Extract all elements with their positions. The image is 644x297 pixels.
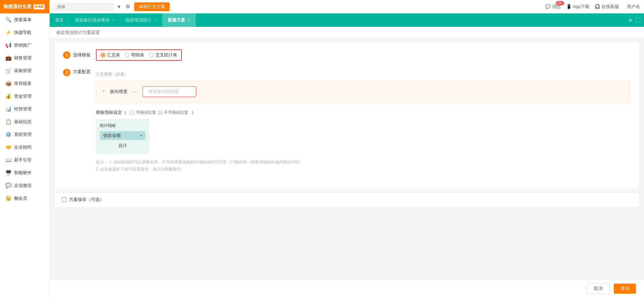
- fixed-dot: [158, 110, 163, 115]
- fixed-legend: 不可拖动位置: [158, 110, 188, 115]
- download-item[interactable]: 📱 App下载: [566, 4, 589, 10]
- sidebar-icon-8: 📋: [5, 119, 11, 125]
- radio-label-1: 明细表: [131, 52, 144, 58]
- industry-button[interactable]: 体验行业方案: [134, 2, 170, 11]
- dimension-select[interactable]: 请选择分组维度: [143, 86, 196, 97]
- app-badge: 标准版: [34, 4, 45, 9]
- sidebar-icon-13: 💬: [5, 183, 11, 189]
- nav-tab-2[interactable]: 收款情况统计×: [120, 13, 162, 27]
- sidebar-label-14: 畅会员: [14, 195, 27, 201]
- download-icon: 📱: [566, 4, 572, 9]
- sidebar-label-4: 采购管理: [14, 68, 32, 74]
- metrics-title-text: 模板指标设定（: [96, 109, 126, 115]
- radio-dot-0: [101, 53, 105, 57]
- nav-tabs: 首页现金银行流水查询×收款情况统计×新建方案× ✕ ⛶: [50, 13, 644, 27]
- sidebar-label-2: 营销推广: [14, 42, 32, 48]
- radio-label-2: 交叉统计表: [155, 52, 177, 58]
- drag-legend: 可拖动位置 不可拖动位置: [130, 110, 188, 115]
- step1-circle: 1: [63, 51, 70, 59]
- sidebar-item-4[interactable]: 🛒采购管理: [0, 64, 49, 77]
- cancel-button[interactable]: 取消: [587, 283, 610, 294]
- sidebar-label-11: 新手引导: [14, 157, 32, 163]
- content-area: 收款情况统计方案设置 1 选择模板 汇总表明细表交叉统计表 2 方案配置 汇总维…: [50, 27, 644, 297]
- nav-tab-close-2[interactable]: ×: [154, 18, 156, 22]
- metric-name: 收款金额: [103, 133, 121, 139]
- sidebar-item-8[interactable]: 📋基础信息: [0, 115, 49, 128]
- sidebar-icon-10: 🤝: [5, 144, 11, 150]
- sidebar-item-7[interactable]: 📊经营管理: [0, 103, 49, 115]
- close-window-icon[interactable]: ✕: [628, 17, 633, 23]
- dimension-arrow: —: [133, 89, 137, 94]
- sidebar-icon-0: 🔍: [5, 17, 11, 23]
- save-checkbox[interactable]: [62, 197, 66, 202]
- radio-option-0[interactable]: 汇总表: [101, 52, 120, 58]
- metrics-title-close: ）: [192, 109, 196, 115]
- metrics-config: 模板指标设定（ 可拖动位置 不可拖动位置: [96, 109, 631, 154]
- radio-label-0: 汇总表: [107, 52, 120, 58]
- sidebar-item-14[interactable]: 👑畅会员: [0, 192, 49, 205]
- sidebar-item-9[interactable]: ⚙️系统管理: [0, 128, 49, 141]
- radio-group: 汇总表明细表交叉统计表: [101, 52, 177, 58]
- radio-option-2[interactable]: 交叉统计表: [149, 52, 177, 58]
- sidebar-label-3: 销售管理: [14, 55, 32, 61]
- message-icon: 💬: [545, 4, 551, 9]
- footer-bar: 取消 查询: [50, 280, 644, 297]
- sidebar-item-3[interactable]: 💼销售管理: [0, 52, 49, 64]
- draggable-label: 可拖动位置: [136, 110, 156, 115]
- dropdown-button[interactable]: ▼: [117, 4, 121, 9]
- sidebar-item-10[interactable]: 🤝企业协同: [0, 141, 49, 154]
- sidebar-label-8: 基础信息: [14, 119, 32, 125]
- sidebar-item-11[interactable]: 📖新手引导: [0, 154, 49, 166]
- hint-row-1: 2. 点击标题栏下拉可设置排序、插入列和删除列: [96, 166, 631, 172]
- service-label: 在线客服: [601, 4, 619, 10]
- sidebar-label-1: 快捷导航: [14, 30, 32, 36]
- service-item[interactable]: 🎧 在线客服: [595, 4, 619, 10]
- sidebar-item-2[interactable]: 📢营销推广: [0, 39, 49, 52]
- step2-circle: 2: [63, 69, 70, 76]
- app-name: 畅捷通好生意: [3, 4, 32, 10]
- nav-tab-label-3: 新建方案: [168, 17, 185, 23]
- step2-label: 方案配置: [73, 69, 91, 75]
- sidebar-label-6: 资金管理: [14, 93, 32, 99]
- nav-tab-close-3[interactable]: ×: [188, 18, 190, 22]
- step1-row: 1 选择模板 汇总表明细表交叉统计表: [63, 49, 631, 61]
- gear-icon[interactable]: ⚙: [125, 3, 130, 10]
- search-input[interactable]: [54, 3, 114, 10]
- sidebar-nav: 🔍搜索菜单⚡快捷导航📢营销推广💼销售管理🛒采购管理📦库存核算💰资金管理📊经营管理…: [0, 13, 49, 297]
- sidebar-item-13[interactable]: 💬企业微信: [0, 179, 49, 192]
- sidebar: 畅捷通好生意 标准版 🔍搜索菜单⚡快捷导航📢营销推广💼销售管理🛒采购管理📦库存核…: [0, 0, 50, 297]
- metric-dropdown-icon: ▾: [140, 134, 142, 138]
- nav-tab-close-1[interactable]: ×: [112, 18, 114, 22]
- sidebar-icon-2: 📢: [5, 42, 11, 48]
- form-section: 1 选择模板 汇总表明细表交叉统计表 2 方案配置 汇总维度（必选）: [55, 43, 639, 188]
- metric-total: 合计: [100, 141, 146, 150]
- draggable-legend: 可拖动位置: [130, 110, 156, 115]
- sidebar-item-0[interactable]: 🔍搜索菜单: [0, 13, 49, 26]
- sidebar-item-12[interactable]: 🖥️智能硬件: [0, 166, 49, 179]
- sidebar-label-0: 搜索菜单: [14, 17, 32, 23]
- sidebar-item-1[interactable]: ⚡快捷导航: [0, 26, 49, 39]
- template-select-box: 汇总表明细表交叉统计表: [96, 49, 182, 61]
- config-section: 汇总维度（必选） * 纵向维度 — 请选择分组维度: [96, 71, 631, 174]
- user-name: 用户名: [627, 4, 640, 10]
- nav-tab-3[interactable]: 新建方案×: [162, 13, 196, 27]
- sidebar-label-9: 系统管理: [14, 132, 32, 138]
- nav-tab-0[interactable]: 首页: [50, 13, 69, 27]
- metric-tag[interactable]: 收款金额 ▾: [100, 131, 146, 140]
- radio-option-1[interactable]: 明细表: [125, 52, 144, 58]
- sidebar-item-6[interactable]: 💰资金管理: [0, 90, 49, 103]
- nav-tabs-right: ✕ ⛶: [625, 13, 644, 27]
- sidebar-icon-6: 💰: [5, 93, 11, 99]
- notification-item[interactable]: 💬 消息 99+: [545, 4, 561, 10]
- sidebar-icon-7: 📊: [5, 106, 11, 112]
- sidebar-icon-3: 💼: [5, 55, 11, 61]
- maximize-icon[interactable]: ⛶: [635, 17, 641, 23]
- nav-tab-1[interactable]: 现金银行流水查询×: [69, 13, 120, 27]
- notification-badge: 99+: [556, 1, 564, 5]
- query-button[interactable]: 查询: [614, 284, 636, 294]
- sidebar-label-5: 库存核算: [14, 81, 32, 87]
- save-row: 方案保存（可选）: [55, 192, 639, 207]
- sidebar-item-5[interactable]: 📦库存核算: [0, 77, 49, 90]
- dimension-title: 汇总维度（必选）: [96, 71, 631, 77]
- radio-dot-2: [149, 53, 154, 57]
